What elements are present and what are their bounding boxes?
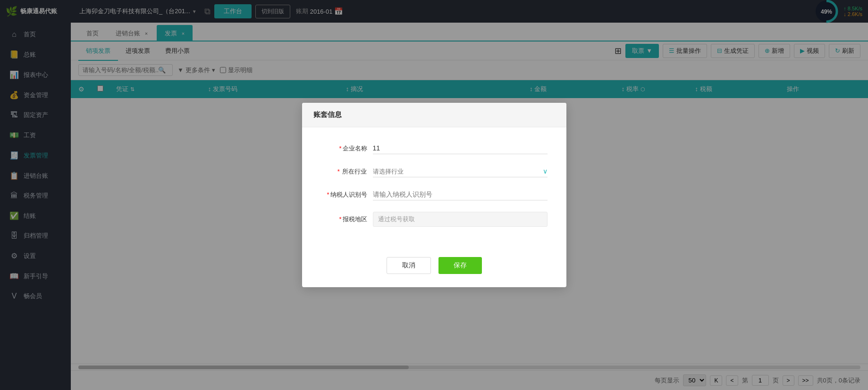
form-row-tax-id: *纳税人识别号 [321,189,548,200]
label-tax-id: *纳税人识别号 [321,191,373,199]
modal-header: 账套信息 [302,103,566,127]
required-star: * [339,145,341,152]
modal-account-info: 账套信息 *企业名称 * 所在行业 ∨ [302,103,566,287]
required-star: * [327,191,329,198]
industry-arrow-icon: ∨ [543,167,548,175]
modal-footer: 取消 保存 [302,249,566,287]
modal-body: *企业名称 * 所在行业 ∨ *纳税人识别号 [302,127,566,249]
required-star: * [339,216,341,223]
input-tax-id[interactable] [373,189,548,200]
form-row-industry: * 所在行业 ∨ [321,166,548,177]
industry-input[interactable] [373,168,543,175]
label-tax-region: *报税地区 [321,215,373,224]
save-button[interactable]: 保存 [438,257,482,274]
required-star: * [337,168,340,175]
industry-select-wrap[interactable]: ∨ [373,166,548,177]
form-row-tax-region: *报税地区 通过税号获取 [321,212,548,227]
tax-region-readonly: 通过税号获取 [373,212,548,227]
form-row-company: *企业名称 [321,142,548,154]
label-industry: * 所在行业 [321,167,373,176]
modal-title: 账套信息 [313,110,342,118]
modal-overlay: 账套信息 *企业名称 * 所在行业 ∨ [0,0,868,390]
input-company-name[interactable] [373,142,548,154]
cancel-button[interactable]: 取消 [387,257,431,274]
label-company: *企业名称 [321,144,373,153]
